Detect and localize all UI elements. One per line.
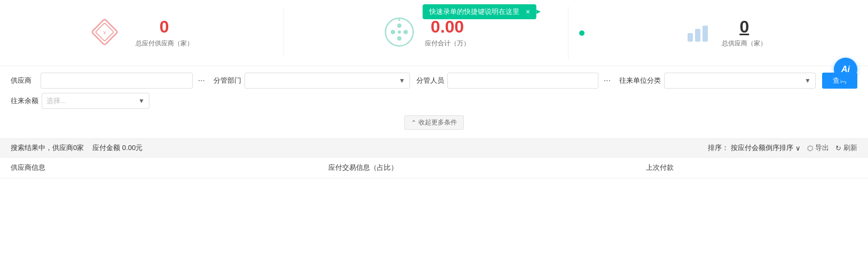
refresh-label: 刷新	[843, 143, 857, 153]
filter-row-2: 往来余额 选择... ▼	[11, 93, 857, 109]
filter-department: 分管部门 ▼	[214, 73, 410, 89]
payable-total-number: 0.00	[425, 18, 470, 36]
filter-supplier: 供应商 ···	[11, 73, 207, 89]
svg-point-7	[404, 30, 408, 34]
tooltip-text: 快速录单的快捷键说明在这里	[429, 7, 519, 17]
filter-section: 供应商 ··· 分管部门 ▼ 分管人员 ··· 往来单位分类 ▼	[0, 66, 868, 139]
col-supplier-header: 供应商信息	[11, 163, 328, 172]
svg-text:¥: ¥	[102, 30, 106, 35]
stat-total-suppliers-text: 0 总供应商（家）	[722, 18, 767, 48]
filter-person: 分管人员 ···	[416, 73, 613, 89]
tooltip-close-btn[interactable]: ×	[526, 7, 530, 16]
table-header: 供应商信息 应付交易信息（占比） 上次付款	[0, 158, 868, 178]
collapse-wrapper: ⌃ 收起更多条件	[11, 113, 857, 132]
ai-badge-btn[interactable]: Ai	[834, 58, 857, 81]
category-select[interactable]: ▼	[664, 73, 816, 89]
refresh-btn[interactable]: ↻ 刷新	[835, 143, 857, 153]
category-chevron-icon: ▼	[804, 77, 811, 84]
cookie-icon-wrapper: ●	[382, 15, 416, 51]
stat-total-suppliers: 0 总供应商（家）	[585, 9, 868, 56]
balance-label: 往来余额	[11, 96, 38, 106]
payable-suppliers-label: 总应付供应商（家）	[136, 39, 193, 48]
svg-rect-12	[703, 26, 708, 42]
balance-chevron-icon: ▼	[138, 97, 145, 105]
stat-payable-suppliers: ¥ 0 总应付供应商（家）	[0, 9, 284, 56]
supplier-dots-btn[interactable]: ···	[196, 76, 207, 85]
department-chevron-icon: ▼	[399, 77, 405, 84]
col-lastpay-header: 上次付款	[646, 163, 858, 172]
refresh-icon: ↻	[835, 144, 841, 152]
stat-payable-suppliers-text: 0 总应付供应商（家）	[136, 18, 193, 48]
filter-row-1: 供应商 ··· 分管部门 ▼ 分管人员 ··· 往来单位分类 ▼	[11, 73, 857, 89]
person-dots-btn[interactable]: ···	[602, 76, 613, 85]
total-suppliers-label: 总供应商（家）	[722, 39, 767, 48]
collapse-btn[interactable]: ⌃ 收起更多条件	[404, 115, 464, 130]
stats-bar: ¥ 0 总应付供应商（家） ●	[0, 0, 868, 66]
svg-point-8	[398, 30, 401, 34]
col-transaction-header: 应付交易信息（占比）	[328, 163, 646, 172]
cookie-icon: ●	[382, 15, 416, 49]
payable-suppliers-number: 0	[136, 18, 193, 36]
search-result-label: 搜索结果中，供应商0家	[11, 143, 84, 153]
collapse-text: 收起更多条件	[419, 118, 457, 127]
stats-container: ¥ 0 总应付供应商（家） ●	[0, 6, 868, 59]
tooltip-dot	[579, 30, 585, 36]
export-label: 导出	[815, 143, 829, 153]
svg-text:●: ●	[398, 17, 400, 22]
export-icon: ⬡	[807, 144, 813, 152]
chart-icon-wrapper	[685, 18, 713, 48]
sort-select[interactable]: 排序： 按应付会额倒序排序 ∨	[708, 143, 801, 153]
payable-total-label: 应付合计（万）	[425, 39, 470, 48]
diamond-icon-wrapper: ¥	[91, 18, 127, 48]
balance-select[interactable]: 选择... ▼	[42, 93, 149, 109]
person-input[interactable]	[447, 73, 598, 89]
category-label: 往来单位分类	[619, 76, 661, 85]
table-body	[0, 178, 868, 275]
department-select[interactable]: ▼	[244, 73, 410, 89]
sort-prefix: 排序：	[708, 143, 729, 153]
amount-label: 应付金额 0.00元	[92, 143, 143, 153]
svg-rect-11	[695, 29, 700, 42]
sort-option: 按应付会额倒序排序	[731, 143, 793, 153]
person-label: 分管人员	[416, 76, 444, 85]
sort-chevron-icon: ∨	[795, 144, 801, 152]
diamond-icon: ¥	[91, 18, 119, 46]
result-info: 搜索结果中，供应商0家 应付金额 0.00元	[11, 143, 143, 153]
supplier-input[interactable]	[41, 73, 193, 89]
stat-payable-total-text: 0.00 应付合计（万）	[425, 18, 470, 48]
department-label: 分管部门	[214, 76, 241, 85]
svg-rect-10	[688, 33, 693, 42]
tooltip-badge: 快速录单的快捷键说明在这里 ×	[423, 4, 536, 19]
collapse-up-icon: ⌃	[411, 119, 416, 127]
filter-balance: 往来余额 选择... ▼	[11, 93, 149, 109]
chart-icon	[685, 18, 713, 46]
result-actions: 排序： 按应付会额倒序排序 ∨ ⬡ 导出 ↻ 刷新	[708, 143, 857, 153]
total-suppliers-number: 0	[722, 18, 767, 36]
filter-category: 往来单位分类 ▼	[619, 73, 816, 89]
export-btn[interactable]: ⬡ 导出	[807, 143, 829, 153]
supplier-label: 供应商	[11, 76, 37, 85]
svg-point-5	[397, 36, 401, 41]
svg-point-4	[397, 23, 401, 28]
balance-placeholder: 选择...	[46, 96, 66, 106]
svg-point-6	[391, 30, 395, 34]
result-bar: 搜索结果中，供应商0家 应付金额 0.00元 排序： 按应付会额倒序排序 ∨ ⬡…	[0, 139, 868, 158]
